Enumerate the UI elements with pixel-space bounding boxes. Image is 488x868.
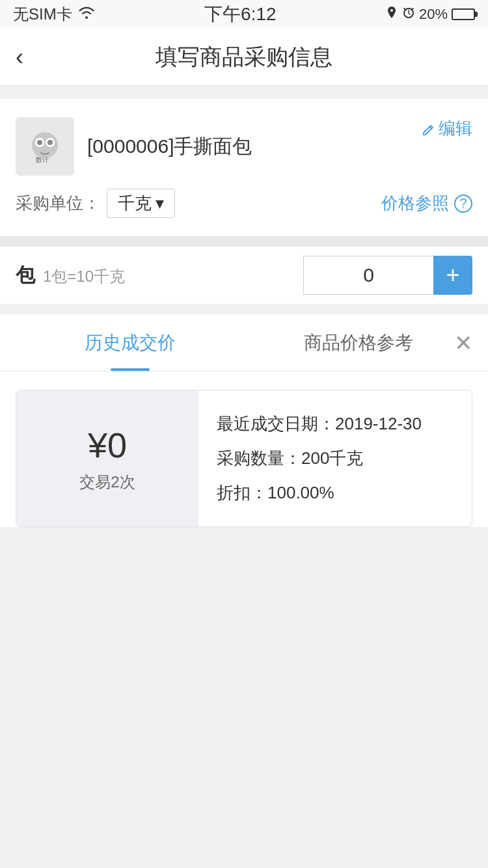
back-button[interactable]: ‹ <box>16 44 23 71</box>
main-content-area <box>0 545 488 868</box>
tab-header: 历史成交价 商品价格参考 ✕ <box>0 314 488 372</box>
history-card: ¥0 交易2次 最近成交日期：2019-12-30 采购数量：200千克 折扣：… <box>16 390 472 527</box>
tab-reference[interactable]: 商品价格参考 <box>244 314 472 371</box>
product-name: 手撕面包 <box>174 135 252 157</box>
tab-reference-label: 商品价格参考 <box>304 331 413 355</box>
history-discount-row: 折扣：100.00% <box>217 480 454 506</box>
quantity-plus-button[interactable]: + <box>433 256 472 295</box>
tab-history-underline <box>111 368 150 371</box>
status-bar: 无SIM卡 下午6:12 20% <box>0 0 488 29</box>
battery-percent: 20% <box>419 6 448 23</box>
page-title: 填写商品采购信息 <box>156 42 332 72</box>
history-discount-label: 折扣： <box>217 483 267 502</box>
history-quantity-row: 采购数量：200千克 <box>217 446 454 471</box>
tab-panel: 历史成交价 商品价格参考 ✕ ¥0 交易2次 最近成交日期：2019-12-30… <box>0 314 488 527</box>
unit-label: 采购单位： <box>16 192 100 215</box>
unit-value: 千克 <box>118 192 152 215</box>
tab-history-label: 历史成交价 <box>85 331 176 355</box>
section-divider <box>0 236 488 247</box>
product-id: [0000006] <box>87 135 174 157</box>
unit-row: 采购单位： 千克 ▾ <box>16 189 175 218</box>
status-time: 下午6:12 <box>204 2 277 27</box>
history-date-label: 最近成交日期： <box>217 414 335 433</box>
svg-point-4 <box>37 140 42 145</box>
quantity-label: 包 1包=10千克 <box>16 262 125 289</box>
quantity-hint: 1包=10千克 <box>43 266 125 287</box>
edit-label: 编辑 <box>439 117 472 140</box>
product-logo-icon: 数计 <box>25 124 64 169</box>
product-thumbnail: 数计 <box>16 117 74 176</box>
quantity-unit: 包 <box>16 262 35 289</box>
chevron-down-icon: ▾ <box>156 193 164 213</box>
unit-select[interactable]: 千克 ▾ <box>107 189 175 218</box>
quantity-input[interactable] <box>303 256 433 295</box>
tab-history[interactable]: 历史成交价 <box>16 314 244 371</box>
tab-close-button[interactable]: ✕ <box>454 330 472 356</box>
history-quantity-label: 采购数量： <box>217 448 301 468</box>
status-carrier: 无SIM卡 <box>13 4 96 25</box>
history-price-value: ¥0 <box>88 425 127 465</box>
history-trades-count: 交易2次 <box>79 472 135 493</box>
page-header: ‹ 填写商品采购信息 <box>0 29 488 86</box>
price-reference-button[interactable]: 价格参照 ? <box>381 192 472 215</box>
wifi-icon <box>77 5 96 23</box>
price-ref-label: 价格参照 <box>381 192 449 215</box>
edit-button[interactable]: 编辑 <box>422 117 472 140</box>
history-price-area: ¥0 交易2次 <box>16 390 198 526</box>
history-details: 最近成交日期：2019-12-30 采购数量：200千克 折扣：100.00% <box>198 390 472 526</box>
history-discount-value: 100.00% <box>267 483 334 502</box>
product-bottom-row: 采购单位： 千克 ▾ 价格参照 ? <box>16 189 472 218</box>
product-top-row: 数计 [0000006]手撕面包 编辑 <box>16 117 472 176</box>
status-right-area: 20% <box>385 6 475 23</box>
svg-point-5 <box>47 140 53 145</box>
battery-icon <box>452 8 475 20</box>
help-icon: ? <box>454 195 472 213</box>
history-date-row: 最近成交日期：2019-12-30 <box>217 411 454 437</box>
svg-text:数计: 数计 <box>36 156 49 163</box>
quantity-row: 包 1包=10千克 + <box>0 247 488 304</box>
history-quantity-value: 200千克 <box>301 448 363 468</box>
product-info: 数计 [0000006]手撕面包 <box>16 117 252 176</box>
quantity-controls: + <box>303 256 472 295</box>
location-icon <box>385 6 398 23</box>
product-card: 数计 [0000006]手撕面包 编辑 采购单位： 千克 ▾ 价格参照 <box>0 99 488 236</box>
history-date-value: 2019-12-30 <box>335 414 422 433</box>
product-name-area: [0000006]手撕面包 <box>87 133 252 160</box>
alarm-icon <box>402 6 415 23</box>
